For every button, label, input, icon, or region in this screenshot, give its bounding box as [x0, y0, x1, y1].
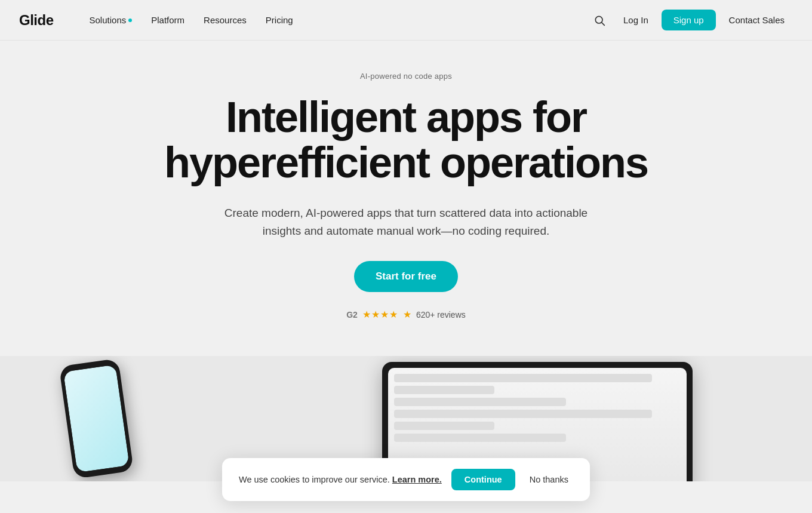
svg-line-1 [602, 22, 605, 25]
rating-source: G2 [346, 310, 358, 320]
hero-subtitle: Create modern, AI-powered apps that turn… [221, 204, 591, 239]
login-button[interactable]: Log In [615, 10, 657, 30]
nav-dot-indicator [128, 19, 132, 22]
search-button[interactable] [589, 10, 610, 31]
tablet-row [394, 374, 652, 382]
tablet-row [394, 422, 494, 430]
nav-links: Solutions Platform Resources Pricing [82, 10, 589, 30]
phone-body [59, 358, 134, 479]
rating-half-star: ★ [403, 309, 411, 320]
contact-sales-button[interactable]: Contact Sales [721, 10, 793, 30]
tablet-row [394, 434, 566, 442]
nav-resources[interactable]: Resources [196, 10, 254, 30]
nav-pricing[interactable]: Pricing [259, 10, 300, 30]
cookie-message: We use cookies to improve our service. L… [239, 475, 442, 484]
cookie-banner: We use cookies to improve our service. L… [222, 458, 590, 501]
tablet-row [394, 410, 652, 418]
phone-mockup [48, 356, 143, 481]
nav-platform[interactable]: Platform [144, 10, 192, 30]
rating-count: 620+ reviews [416, 310, 466, 320]
cookie-no-thanks-button[interactable]: No thanks [525, 469, 573, 490]
hero-section: AI-powered no code apps Intelligent apps… [0, 0, 812, 356]
cookie-continue-button[interactable]: Continue [451, 469, 515, 490]
rating-stars: ★★★★ [362, 309, 398, 320]
hero-title: Intelligent apps for hyperefficient oper… [137, 95, 675, 185]
phone-screen-content [63, 365, 130, 473]
rating-row: G2 ★★★★ ★ 620+ reviews [0, 309, 812, 320]
nav-actions: Log In Sign up Contact Sales [589, 10, 793, 31]
cookie-learn-more-link[interactable]: Learn more. [392, 475, 442, 484]
brand-logo[interactable]: Glide [19, 12, 54, 29]
nav-solutions[interactable]: Solutions [82, 10, 140, 30]
signup-button[interactable]: Sign up [662, 10, 716, 30]
tablet-row [394, 386, 494, 394]
phone-screen [63, 365, 130, 473]
hero-eyebrow: AI-powered no code apps [0, 72, 812, 81]
start-free-button[interactable]: Start for free [354, 261, 458, 292]
navbar: Glide Solutions Platform Resources Prici… [0, 0, 812, 41]
tablet-row [394, 398, 566, 406]
search-icon [593, 14, 605, 26]
